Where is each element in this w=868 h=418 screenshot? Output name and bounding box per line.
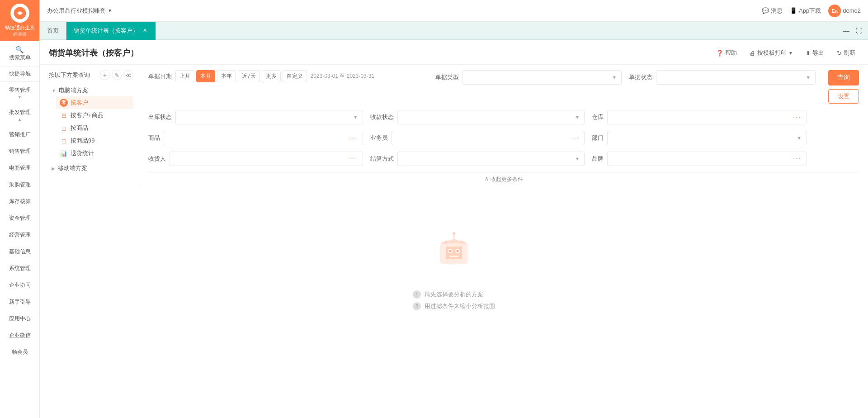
collect-status-arrow-icon: ▼ — [575, 114, 580, 120]
scheme-item-by-goods[interactable]: ◻ 按商品 — [56, 122, 133, 134]
scheme-item-by-goods-99[interactable]: ◻ 按商品99 — [56, 134, 133, 147]
svg-point-7 — [449, 250, 452, 252]
help-btn[interactable]: ❓ 帮助 — [712, 47, 741, 59]
sidebar-item-purchase-mgmt[interactable]: 采购管理 — [0, 176, 39, 193]
sidebar-item-app-center[interactable]: 应用中心 — [0, 310, 39, 327]
message-btn[interactable]: 💬 消息 — [762, 7, 783, 15]
sidebar-item-corp-wechat[interactable]: 企业微信 — [0, 327, 39, 344]
export-icon: ⬆ — [806, 50, 811, 57]
brand-label: 品牌 — [592, 155, 604, 163]
tab-minimize-btn[interactable]: — — [841, 25, 852, 36]
sidebar-item-member[interactable]: 畅会员 — [0, 344, 39, 361]
receiver-select[interactable]: ··· — [170, 152, 363, 166]
warehouse-label: 仓库 — [592, 113, 604, 121]
settle-method-arrow-icon: ▼ — [575, 156, 580, 162]
settle-method-select[interactable]: ▼ — [397, 152, 585, 166]
sidebar-item-corp-collab[interactable]: 企业协同 — [0, 277, 39, 294]
salesperson-dots-icon[interactable]: ··· — [571, 134, 580, 142]
export-btn[interactable]: ⬆ 导出 — [802, 47, 828, 59]
scheme-item-by-customer-goods[interactable]: ⊞ 按客户+商品 — [56, 109, 133, 122]
sidebar-item-marketing[interactable]: 营销推广 — [0, 126, 39, 143]
print-dropdown-icon: ▼ — [788, 51, 793, 56]
action-buttons: 查询 设置 — [828, 70, 859, 104]
goods-dots-icon[interactable]: ··· — [349, 134, 358, 142]
sidebar-item-ecom-mgmt[interactable]: 电商管理 — [0, 160, 39, 176]
date-this-year-btn[interactable]: 本年 — [217, 70, 236, 82]
warehouse-select[interactable]: ··· — [607, 110, 807, 124]
group-expand-icon: ▼ — [52, 88, 56, 93]
date-last-7-days-btn[interactable]: 近7天 — [238, 70, 260, 82]
content-area: 销货单统计表（按客户） ❓ 帮助 🖨 按模板打印 ▼ ⬆ 导出 — [40, 40, 868, 418]
scheme-items-desktop: 客 按客户 ⊞ 按客户+商品 ◻ 按商品 — [49, 96, 133, 160]
out-status-select[interactable]: ▼ — [175, 110, 363, 124]
scheme-group-mobile: ▶ 移动端方案 — [49, 162, 133, 174]
sidebar-item-retail-mgmt[interactable]: 零售管理 ▼ — [0, 82, 39, 104]
department-select[interactable]: ▼ — [607, 131, 807, 145]
out-status-arrow-icon: ▼ — [353, 114, 358, 120]
collapse-filters-btn[interactable]: ∧ 收起更多条件 — [148, 172, 859, 186]
settings-btn[interactable]: 设置 — [828, 89, 859, 104]
date-range-display: 2023-03-01 至 2023-03-31 — [311, 72, 374, 80]
refresh-btn[interactable]: ↻ 刷新 — [833, 47, 859, 59]
scheme-item-by-customer[interactable]: 客 按客户 — [56, 96, 133, 109]
account-selector[interactable]: 办公用品行业模拟账套 ▼ — [47, 7, 112, 15]
doc-type-label: 单据类型 — [435, 73, 459, 81]
scheme-header: 按以下方案查询 + ✎ ≪ — [49, 70, 133, 80]
doc-status-select[interactable]: ▼ — [656, 70, 816, 85]
tab-close-icon[interactable]: ✕ — [141, 27, 148, 34]
brand-select[interactable]: ··· — [607, 152, 807, 166]
tip-num-2: 2 — [413, 302, 421, 310]
date-more-btn[interactable]: 更多 — [262, 70, 281, 82]
tab-expand-btn[interactable]: ⛶ — [854, 25, 864, 36]
svg-point-1 — [19, 12, 21, 14]
sidebar-item-quick-nav[interactable]: 快捷导航 — [0, 66, 39, 82]
scheme-group-desktop-header[interactable]: ▼ 电脑端方案 — [49, 85, 133, 96]
date-custom-btn[interactable]: 自定义 — [283, 70, 307, 82]
salesperson-select[interactable]: ··· — [392, 131, 585, 145]
scheme-item-return-stats[interactable]: 📊 退货统计 — [56, 147, 133, 160]
scheme-item-label: 按客户+商品 — [71, 111, 104, 119]
date-this-month-btn[interactable]: 本月 — [196, 70, 215, 82]
user-menu-btn[interactable]: Ea demo2 — [828, 5, 861, 17]
warehouse-dots-icon[interactable]: ··· — [793, 113, 802, 121]
scheme-group-mobile-header[interactable]: ▶ 移动端方案 — [49, 162, 133, 174]
scheme-grid-icon: ⊞ — [60, 111, 68, 119]
sidebar-item-basic-info[interactable]: 基础信息 — [0, 243, 39, 260]
edit-scheme-btn[interactable]: ✎ — [112, 70, 122, 80]
doc-type-select[interactable]: ▼ — [462, 70, 622, 85]
brand-dots-icon[interactable]: ··· — [793, 155, 802, 163]
sidebar-item-search-menu[interactable]: 🔍 搜索菜单 — [0, 41, 39, 66]
department-arrow-icon: ▼ — [797, 135, 802, 141]
sidebar-item-sys-mgmt[interactable]: 系统管理 — [0, 260, 39, 277]
top-header: 办公用品行业模拟账套 ▼ 💬 消息 📱 App下载 Ea demo2 — [40, 0, 868, 22]
download-icon: 📱 — [790, 7, 797, 14]
empty-illustration — [427, 218, 481, 281]
template-print-btn[interactable]: 🖨 按模板打印 ▼ — [746, 47, 797, 59]
dropdown-arrow-icon: ▼ — [108, 8, 112, 13]
empty-tips: 1 请先选择要分析的方案 2 用过滤条件来缩小分析范围 — [413, 290, 495, 310]
goods-select[interactable]: ··· — [164, 131, 363, 145]
tab-sales-stat[interactable]: 销货单统计表（按客户） ✕ — [66, 22, 156, 40]
tab-home-label: 首页 — [47, 27, 59, 35]
page-title: 销货单统计表（按客户） — [49, 48, 138, 58]
sidebar-item-wholesale-mgmt[interactable]: 批发管理 ▲ — [0, 104, 39, 126]
date-last-month-btn[interactable]: 上月 — [175, 70, 194, 82]
sidebar-item-new-guide[interactable]: 新手引导 — [0, 294, 39, 310]
app-download-btn[interactable]: 📱 App下载 — [790, 7, 821, 15]
tab-home[interactable]: 首页 — [40, 22, 66, 40]
collect-status-select[interactable]: ▼ — [397, 110, 585, 124]
header-right: 💬 消息 📱 App下载 Ea demo2 — [762, 5, 861, 17]
active-scheme-icon: 客 — [60, 99, 68, 107]
app-logo[interactable]: 畅捷通好生意 标准版 — [0, 0, 39, 41]
query-btn[interactable]: 查询 — [828, 70, 859, 86]
scheme-item-label: 按商品99 — [71, 137, 94, 145]
add-scheme-btn[interactable]: + — [100, 70, 110, 80]
sidebar-item-business-mgmt[interactable]: 经营管理 — [0, 227, 39, 243]
settle-method-label: 结算方式 — [370, 155, 394, 163]
collapse-scheme-btn[interactable]: ≪ — [123, 70, 133, 80]
scheme-chart-icon: 📊 — [60, 149, 68, 157]
sidebar-item-inventory[interactable]: 库存核算 — [0, 193, 39, 210]
sidebar-item-sales-mgmt[interactable]: 销售管理 — [0, 143, 39, 160]
receiver-dots-icon[interactable]: ··· — [349, 155, 358, 163]
sidebar-item-finance[interactable]: 资金管理 — [0, 210, 39, 227]
